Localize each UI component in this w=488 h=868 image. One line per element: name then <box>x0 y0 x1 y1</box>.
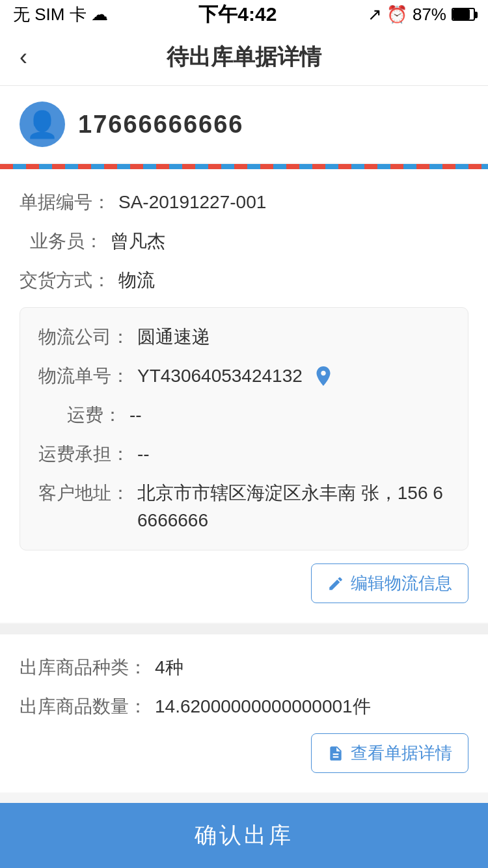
edit-logistics-label: 编辑物流信息 <box>351 572 452 595</box>
freight-row: 运费： -- <box>38 401 450 429</box>
address-label: 客户地址： <box>38 480 137 507</box>
section-divider <box>0 624 488 634</box>
order-number-label: 单据编号： <box>20 189 118 216</box>
logistics-company-label: 物流公司： <box>38 323 137 351</box>
view-detail-container: 查看单据详情 <box>20 733 468 773</box>
status-bar: 无 SIM 卡 ☁ 下午4:42 ↗ ⏰ 87% <box>0 0 488 29</box>
battery-level: 87% <box>413 5 446 25</box>
edit-logistics-container: 编辑物流信息 <box>20 563 468 603</box>
product-type-label: 出库商品种类： <box>20 654 155 681</box>
salesperson-label: 业务员： <box>20 228 111 255</box>
edit-logistics-button[interactable]: 编辑物流信息 <box>311 563 468 603</box>
document-icon <box>327 745 344 762</box>
tracking-number-label: 物流单号： <box>38 362 137 390</box>
product-count-label: 出库商品数量： <box>20 693 155 720</box>
salesperson-value: 曾凡杰 <box>111 228 468 255</box>
product-count-row: 出库商品数量： 14.62000000000000001件 <box>20 693 468 720</box>
address-value: 北京市市辖区海淀区永丰南 张，156 66666666 <box>137 480 450 534</box>
avatar-icon: 👤 <box>26 109 59 140</box>
view-detail-label: 查看单据详情 <box>351 742 452 765</box>
address-row: 客户地址： 北京市市辖区海淀区永丰南 张，156 66666666 <box>38 480 450 534</box>
tracking-number-row: 物流单号： YT43064053424132 <box>38 362 450 390</box>
delivery-method-value: 物流 <box>118 267 468 294</box>
freight-value: -- <box>129 401 450 429</box>
confirm-label: 确认出库 <box>195 821 293 850</box>
freight-label: 运费： <box>38 401 129 429</box>
product-type-row: 出库商品种类： 4种 <box>20 654 468 681</box>
status-right: ↗ ⏰ 87% <box>368 5 475 25</box>
status-left: 无 SIM 卡 ☁ <box>13 3 108 26</box>
logistics-card: 物流公司： 圆通速递 物流单号： YT43064053424132 运费： --… <box>20 307 468 550</box>
sim-status: 无 SIM 卡 ☁ <box>13 3 108 26</box>
product-type-value: 4种 <box>155 654 468 681</box>
product-section: 出库商品种类： 4种 出库商品数量： 14.62000000000000001件… <box>0 634 488 793</box>
delivery-method-label: 交货方式： <box>20 267 118 294</box>
location-icon <box>312 364 335 388</box>
back-button[interactable]: ‹ <box>20 46 27 69</box>
product-count-value: 14.62000000000000001件 <box>155 693 468 720</box>
freight-bear-label: 运费承担： <box>38 441 137 468</box>
customer-phone: 17666666666 <box>78 111 243 139</box>
logistics-company-row: 物流公司： 圆通速递 <box>38 323 450 351</box>
edit-icon <box>327 575 344 592</box>
order-number-value: SA-20191227-001 <box>118 189 468 216</box>
nav-bar: ‹ 待出库单据详情 <box>0 29 488 86</box>
customer-header: 👤 17666666666 <box>0 86 488 163</box>
freight-bear-value: -- <box>137 441 450 468</box>
status-time: 下午4:42 <box>198 1 277 28</box>
tracking-number-value: YT43064053424132 <box>137 362 450 390</box>
salesperson-row: 业务员： 曾凡杰 <box>20 228 468 255</box>
order-number-row: 单据编号： SA-20191227-001 <box>20 189 468 216</box>
confirm-button[interactable]: 确认出库 <box>0 803 488 868</box>
battery-bar <box>452 8 475 21</box>
logistics-company-value: 圆通速递 <box>137 323 450 351</box>
avatar: 👤 <box>20 102 65 147</box>
dashed-divider <box>0 164 488 169</box>
delivery-method-row: 交货方式： 物流 <box>20 267 468 294</box>
battery-icon: ↗ ⏰ <box>368 5 407 25</box>
view-detail-button[interactable]: 查看单据详情 <box>311 733 468 773</box>
order-info-section: 单据编号： SA-20191227-001 业务员： 曾凡杰 交货方式： 物流 … <box>0 169 488 623</box>
freight-bear-row: 运费承担： -- <box>38 441 450 468</box>
page-title: 待出库单据详情 <box>167 42 321 72</box>
